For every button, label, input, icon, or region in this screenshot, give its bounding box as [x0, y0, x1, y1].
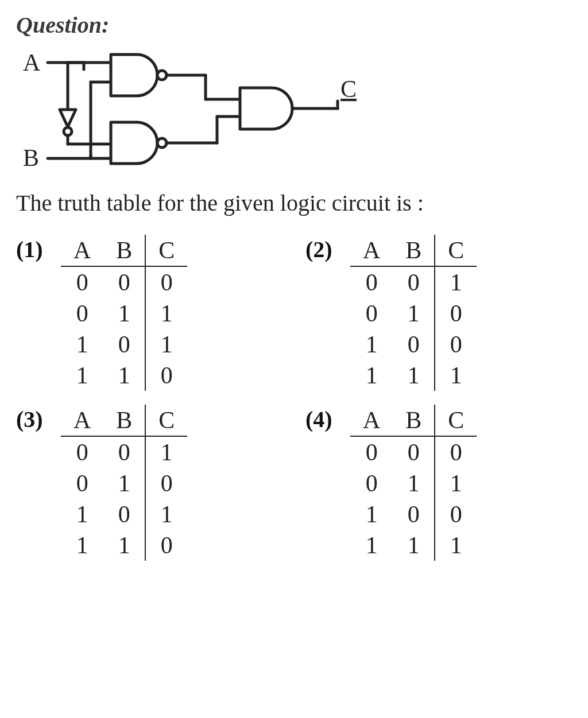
circuit-label-b: B — [23, 145, 39, 171]
option-3-table: A B C 001 010 101 110 — [61, 405, 187, 561]
table-row: 100 — [350, 499, 477, 530]
table-row: 101 — [61, 329, 187, 360]
table-row: 100 — [350, 329, 477, 360]
col-a: A — [350, 235, 393, 266]
col-b: B — [103, 235, 145, 266]
table-row: 111 — [350, 360, 477, 391]
option-1-table: A B C 000 011 101 110 — [61, 235, 187, 391]
col-b: B — [393, 235, 435, 266]
table-row: 101 — [61, 499, 187, 530]
option-3[interactable]: (3) A B C 001 010 101 110 — [16, 405, 283, 561]
option-2-table: A B C 001 010 100 111 — [350, 235, 477, 391]
table-row: 000 — [350, 436, 477, 468]
col-b: B — [393, 405, 435, 436]
table-row: 011 — [61, 298, 187, 329]
circuit-label-c: C — [341, 76, 357, 102]
svg-marker-4 — [60, 110, 76, 127]
col-c: C — [435, 405, 477, 436]
table-row: 110 — [61, 530, 187, 561]
options-grid: (1) A B C 000 011 101 110 (2) A B C — [16, 235, 572, 561]
col-a: A — [61, 235, 103, 266]
logic-circuit-diagram: A B C — [16, 46, 572, 173]
table-row: 001 — [61, 436, 187, 468]
col-c: C — [145, 405, 187, 436]
question-prompt: The truth table for the given logic circ… — [16, 188, 572, 219]
col-c: C — [145, 235, 187, 266]
question-heading: Question: — [16, 11, 572, 38]
table-row: 001 — [350, 266, 477, 298]
table-row: 111 — [350, 530, 477, 561]
table-row: 110 — [61, 360, 187, 391]
option-3-label: (3) — [16, 405, 61, 433]
table-row: 011 — [350, 468, 477, 499]
option-1-label: (1) — [16, 235, 61, 263]
option-4[interactable]: (4) A B C 000 011 100 111 — [305, 405, 572, 561]
option-2-label: (2) — [305, 235, 350, 263]
option-4-label: (4) — [305, 405, 350, 433]
col-c: C — [435, 235, 477, 266]
col-a: A — [350, 405, 393, 436]
option-1[interactable]: (1) A B C 000 011 101 110 — [16, 235, 283, 391]
svg-point-5 — [64, 127, 72, 135]
table-row: 000 — [61, 266, 187, 298]
table-row: 010 — [350, 298, 477, 329]
col-b: B — [103, 405, 145, 436]
option-4-table: A B C 000 011 100 111 — [350, 405, 477, 561]
option-2[interactable]: (2) A B C 001 010 100 111 — [305, 235, 572, 391]
table-row: 010 — [61, 468, 187, 499]
circuit-label-a: A — [23, 49, 41, 76]
col-a: A — [61, 405, 103, 436]
